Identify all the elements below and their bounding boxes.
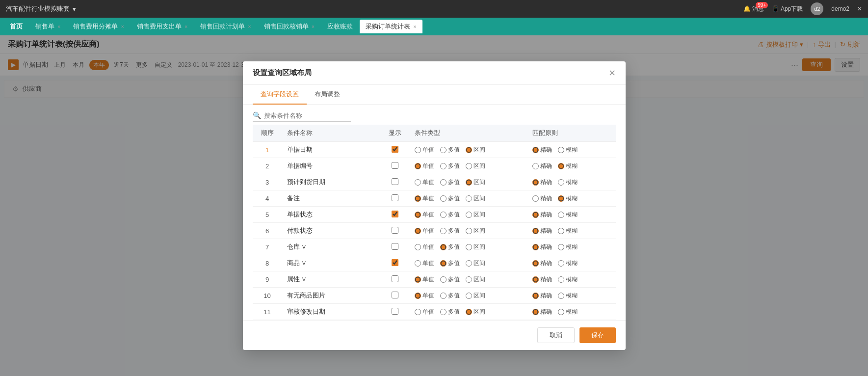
row-type-option-2[interactable]: 区间 [466,162,485,170]
nav-tab-plan[interactable]: 销售回款计划单 × [194,20,257,33]
row-display-cell[interactable] [380,158,410,174]
row-type-option-2[interactable]: 区间 [466,308,485,316]
row-display-checkbox[interactable] [392,162,398,169]
row-type-option-1[interactable]: 多值 [440,146,460,154]
row-type-option-0[interactable]: 单值 [415,146,434,154]
row-match-option-1[interactable]: 模糊 [558,227,578,235]
search-input[interactable] [264,112,342,119]
row-display-cell[interactable] [380,255,410,271]
user-avatar[interactable]: d2 [811,2,823,15]
row-match-option-0[interactable]: 精确 [532,162,552,170]
row-type-option-0[interactable]: 单值 [415,227,434,235]
row-match-option-0[interactable]: 精确 [532,243,552,251]
row-match-option-1[interactable]: 模糊 [558,243,578,251]
cancel-button[interactable]: 取消 [537,327,575,343]
row-type-option-2[interactable]: 区间 [466,227,485,235]
row-match-option-0[interactable]: 精确 [532,211,552,219]
row-display-checkbox[interactable] [392,146,398,153]
row-type-option-1[interactable]: 多值 [440,227,460,235]
row-match-option-0[interactable]: 精确 [532,275,552,284]
nav-tab-expense-out[interactable]: 销售费用支出单 × [131,20,193,33]
notification-btn[interactable]: 🔔 99+ 消息 [743,5,764,13]
row-match-option-0[interactable]: 精确 [532,308,552,316]
row-type-option-2[interactable]: 区间 [466,243,485,251]
row-type-option-0[interactable]: 单值 [415,259,434,268]
row-type-option-0[interactable]: 单值 [415,292,434,300]
row-match-option-1[interactable]: 模糊 [558,275,578,284]
nav-close-purchase[interactable]: × [413,24,416,29]
row-type-option-0[interactable]: 单值 [415,243,434,251]
row-match-option-0[interactable]: 精确 [532,292,552,300]
nav-tab-purchase[interactable]: 采购订单统计表 × [360,20,422,33]
row-display-checkbox[interactable] [392,227,398,234]
row-match-option-0[interactable]: 精确 [532,194,552,203]
row-type-option-2[interactable]: 区间 [466,146,485,154]
nav-tab-sales[interactable]: 销售单 × [29,20,66,33]
dialog-close-btn[interactable]: ✕ [608,69,616,78]
row-type-option-1[interactable]: 多值 [440,194,460,203]
app-download-btn[interactable]: 📱 App下载 [772,5,803,13]
row-match-option-1[interactable]: 模糊 [558,211,578,219]
row-match-option-0[interactable]: 精确 [532,227,552,235]
row-display-cell[interactable] [380,239,410,255]
row-match-option-1[interactable]: 模糊 [558,178,578,187]
row-match-option-0[interactable]: 精确 [532,146,552,154]
row-type-option-0[interactable]: 单值 [415,178,434,187]
row-type-option-1[interactable]: 多值 [440,178,460,187]
nav-close-sales[interactable]: × [57,24,60,29]
row-display-cell[interactable] [380,142,410,158]
nav-close-expense-split[interactable]: × [121,24,124,29]
row-type-option-2[interactable]: 区间 [466,178,485,187]
row-type-option-1[interactable]: 多值 [440,308,460,316]
tab-layout-adjust[interactable]: 布局调整 [307,85,348,105]
row-display-cell[interactable] [380,271,410,288]
row-match-option-0[interactable]: 精确 [532,178,552,187]
row-match-option-1[interactable]: 模糊 [558,308,578,316]
row-display-checkbox[interactable] [392,194,398,201]
row-type-option-1[interactable]: 多值 [440,162,460,170]
row-match-option-1[interactable]: 模糊 [558,194,578,203]
row-type-option-2[interactable]: 区间 [466,275,485,284]
row-display-cell[interactable] [380,223,410,239]
row-display-checkbox[interactable] [392,211,398,217]
nav-home[interactable]: 首页 [4,20,28,33]
row-type-option-2[interactable]: 区间 [466,194,485,203]
nav-close-verify[interactable]: × [312,24,315,29]
row-match-option-1[interactable]: 模糊 [558,292,578,300]
row-match-option-0[interactable]: 精确 [532,259,552,268]
row-display-checkbox[interactable] [392,292,398,298]
save-button[interactable]: 保存 [579,327,616,343]
row-display-cell[interactable] [380,207,410,223]
row-match-option-1[interactable]: 模糊 [558,162,578,170]
row-display-cell[interactable] [380,288,410,304]
row-type-option-0[interactable]: 单值 [415,308,434,316]
row-display-checkbox[interactable] [392,243,398,250]
row-type-option-2[interactable]: 区间 [466,211,485,219]
row-type-option-2[interactable]: 区间 [466,259,485,268]
nav-tab-receivable[interactable]: 应收账款 [321,20,359,33]
row-display-checkbox[interactable] [392,275,398,282]
row-display-checkbox[interactable] [392,178,398,185]
row-type-option-0[interactable]: 单值 [415,275,434,284]
row-type-option-1[interactable]: 多值 [440,259,460,268]
row-type-option-0[interactable]: 单值 [415,194,434,203]
row-match-option-1[interactable]: 模糊 [558,146,578,154]
row-display-cell[interactable] [380,174,410,190]
nav-close-plan[interactable]: × [248,24,251,29]
nav-tab-verify[interactable]: 销售回款核销单 × [258,20,320,33]
nav-close-expense-out[interactable]: × [184,24,187,29]
nav-tab-expense-split[interactable]: 销售费用分摊单 × [67,20,130,33]
top-close-btn[interactable]: ✕ [857,5,862,12]
row-match-option-1[interactable]: 模糊 [558,259,578,268]
row-type-option-1[interactable]: 多值 [440,211,460,219]
row-type-option-2[interactable]: 区间 [466,292,485,300]
row-type-option-0[interactable]: 单值 [415,162,434,170]
row-type-option-1[interactable]: 多值 [440,243,460,251]
row-display-cell[interactable] [380,190,410,207]
row-display-checkbox[interactable] [392,259,398,266]
row-type-option-1[interactable]: 多值 [440,275,460,284]
row-type-option-0[interactable]: 单值 [415,211,434,219]
tab-query-fields[interactable]: 查询字段设置 [253,85,307,105]
row-type-option-1[interactable]: 多值 [440,292,460,300]
row-display-checkbox[interactable] [392,308,398,315]
